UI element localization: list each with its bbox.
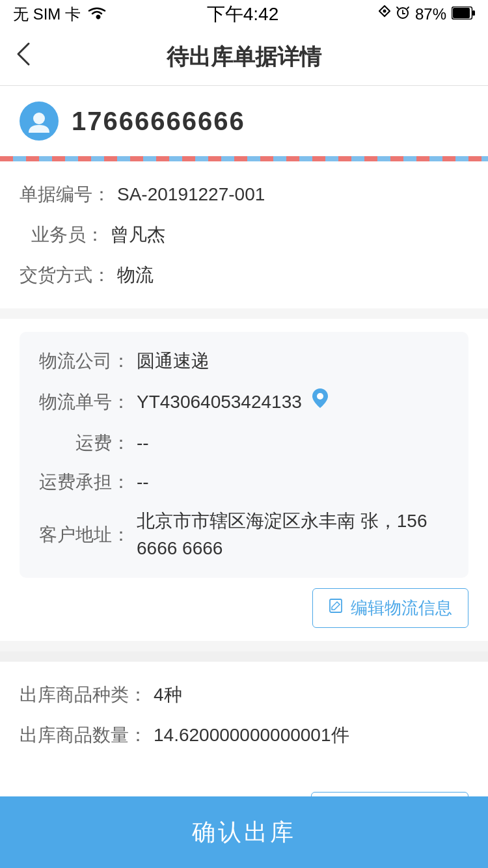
document-number-row: 单据编号： SA-20191227-001 <box>20 181 468 208</box>
logistics-wrapper: 物流公司： 圆通速递 物流单号： YT43064053424133 运费： <box>0 319 488 641</box>
avatar <box>20 102 59 141</box>
edit-icon <box>329 598 344 618</box>
document-number-value: SA-20191227-001 <box>117 181 468 208</box>
svg-point-5 <box>33 113 45 124</box>
battery-icon <box>452 5 475 23</box>
logistics-company-row: 物流公司： 圆通速递 <box>33 347 455 375</box>
status-bar: 无 SIM 卡 下午4:42 87% <box>0 0 488 29</box>
svg-rect-7 <box>330 599 342 612</box>
logistics-card: 物流公司： 圆通速递 物流单号： YT43064053424133 运费： <box>20 332 468 578</box>
tracking-number-label: 物流单号： <box>33 390 137 414</box>
confirm-button-label: 确认出库 <box>192 817 296 848</box>
edit-logistics-btn-row: 编辑物流信息 <box>0 588 488 641</box>
address-value: 北京市市辖区海淀区永丰南 张，156 6666 6666 <box>137 508 455 562</box>
document-number-label: 单据编号： <box>20 181 117 208</box>
status-right: 87% <box>379 5 475 23</box>
freight-label: 运费： <box>33 431 137 455</box>
freight-bearer-row: 运费承担： -- <box>33 468 455 496</box>
carrier-label: 无 SIM 卡 <box>13 4 81 25</box>
svg-rect-3 <box>472 10 475 16</box>
goods-section: 出库商品种类： 4种 出库商品数量： 14.620000000000001件 <box>0 662 488 781</box>
freight-value: -- <box>137 429 455 457</box>
svg-point-6 <box>317 393 323 400</box>
logistics-company-label: 物流公司： <box>33 349 137 373</box>
goods-type-value: 4种 <box>154 681 468 709</box>
logistics-company-value: 圆通速递 <box>137 347 455 375</box>
address-label: 客户地址： <box>33 522 137 547</box>
goods-type-row: 出库商品种类： 4种 <box>20 681 468 709</box>
goods-type-label: 出库商品种类： <box>20 681 154 709</box>
page-title: 待出库单据详情 <box>167 42 321 72</box>
delivery-method-row: 交货方式： 物流 <box>20 262 468 289</box>
freight-row: 运费： -- <box>33 429 455 457</box>
section-divider-1 <box>0 651 488 662</box>
back-button[interactable] <box>16 41 31 73</box>
battery-percent: 87% <box>415 5 446 23</box>
freight-bearer-label: 运费承担： <box>33 470 137 495</box>
nav-bar: 待出库单据详情 <box>0 29 488 86</box>
alarm-icon <box>396 5 410 23</box>
confirm-button-bar[interactable]: 确认出库 <box>0 796 488 868</box>
customer-card: 17666666666 <box>0 86 488 156</box>
edit-logistics-button[interactable]: 编辑物流信息 <box>312 588 468 628</box>
location-service-icon <box>379 5 390 23</box>
sales-person-label: 业务员： <box>20 221 111 249</box>
goods-quantity-label: 出库商品数量： <box>20 722 154 749</box>
sales-person-row: 业务员： 曾凡杰 <box>20 221 468 249</box>
wifi-icon <box>87 5 107 23</box>
goods-quantity-row: 出库商品数量： 14.620000000000001件 <box>20 722 468 749</box>
customer-phone: 17666666666 <box>72 107 245 136</box>
delivery-method-value: 物流 <box>117 262 468 289</box>
address-row: 客户地址： 北京市市辖区海淀区永丰南 张，156 6666 6666 <box>33 508 455 562</box>
document-info-section: 单据编号： SA-20191227-001 业务员： 曾凡杰 交货方式： 物流 <box>0 161 488 308</box>
freight-bearer-value: -- <box>137 468 455 496</box>
tracking-number-row: 物流单号： YT43064053424133 <box>33 387 455 418</box>
dashed-divider <box>0 156 488 161</box>
sales-person-value: 曾凡杰 <box>111 221 468 249</box>
content-area: 17666666666 单据编号： SA-20191227-001 业务员： 曾… <box>0 86 488 868</box>
svg-rect-4 <box>453 8 470 18</box>
goods-quantity-value: 14.620000000000001件 <box>154 722 468 749</box>
edit-logistics-label: 编辑物流信息 <box>351 597 452 619</box>
tracking-number-value: YT43064053424133 <box>137 387 455 418</box>
delivery-method-label: 交货方式： <box>20 262 117 289</box>
status-left: 无 SIM 卡 <box>13 4 107 25</box>
time-display: 下午4:42 <box>207 2 279 27</box>
svg-point-0 <box>383 10 386 13</box>
tracking-location-icon[interactable] <box>311 387 329 418</box>
